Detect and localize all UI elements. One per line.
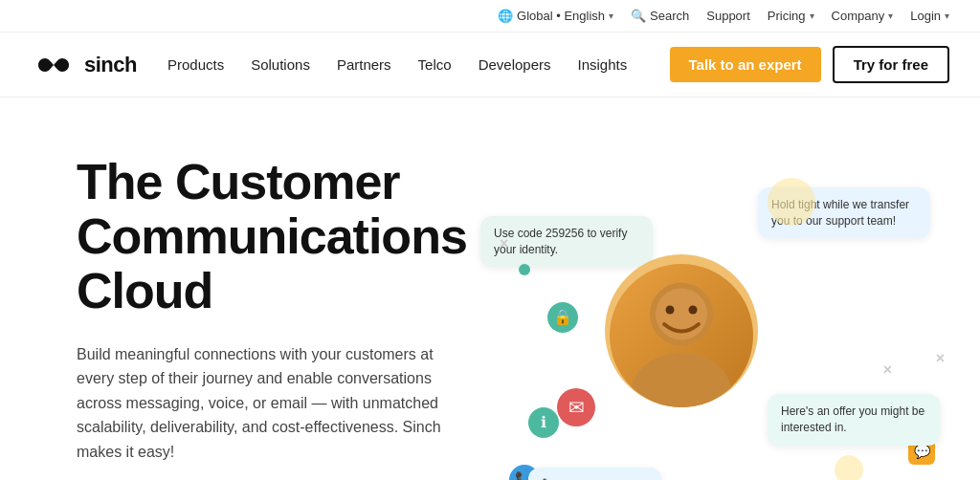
chevron-down-icon: ▾ [609, 11, 613, 21]
logo-text: sinch [84, 53, 137, 77]
chevron-down-icon: ▾ [945, 11, 949, 21]
nav-right: Talk to an expert Try for free [670, 46, 949, 83]
nav-developers[interactable]: Developers [479, 56, 551, 73]
svg-point-3 [666, 305, 675, 314]
nav-links: Products Solutions Partners Telco Develo… [167, 56, 627, 73]
company-label: Company [832, 9, 885, 23]
decoration-x3: × [883, 361, 892, 379]
decoration-x2: × [936, 350, 945, 367]
avatar [605, 254, 758, 407]
pricing-link[interactable]: Pricing ▾ [768, 9, 814, 23]
decoration-circle1 [768, 178, 815, 226]
decoration-x1: × [500, 235, 508, 252]
hero-visual: 🔒 ℹ ✉ 📞 🤖 💬 Use code 259256 to verify yo… [471, 178, 949, 480]
email-icon: ✉ [557, 388, 595, 426]
hero-description: Build meaningful connections with your c… [77, 342, 471, 465]
hero-content: The Customer Communications Cloud Build … [77, 155, 471, 480]
bubble-slide: 📞 Slide to answer [528, 468, 661, 480]
login-label: Login [910, 9, 941, 23]
globe-icon: 🌐 [498, 9, 513, 23]
nav-insights[interactable]: Insights [578, 56, 628, 73]
info-icon: ℹ [528, 407, 559, 438]
bubble-offer-text: Here's an offer you might be interested … [781, 404, 924, 434]
nav-telco[interactable]: Telco [418, 56, 452, 73]
hero-title: The Customer Communications Cloud [77, 155, 471, 319]
logo-icon [31, 52, 77, 78]
hero-section: The Customer Communications Cloud Build … [0, 98, 980, 480]
global-selector[interactable]: 🌐 Global • English ▾ [498, 9, 613, 23]
decoration-circle2 [835, 455, 863, 480]
login-link[interactable]: Login ▾ [910, 9, 949, 23]
nav-solutions[interactable]: Solutions [251, 56, 310, 73]
support-link[interactable]: Support [706, 9, 750, 23]
svg-point-4 [689, 305, 698, 314]
search-label: Search [650, 9, 689, 23]
bubble-offer: Here's an offer you might be interested … [768, 394, 940, 446]
person-image [610, 264, 753, 407]
nav-products[interactable]: Products [167, 56, 224, 73]
bubble-code-text: Use code 259256 to verify your identity. [494, 227, 627, 256]
search-button[interactable]: 🔍 Search [631, 9, 689, 23]
try-for-free-nav-button[interactable]: Try for free [833, 46, 949, 83]
talk-to-expert-button[interactable]: Talk to an expert [670, 47, 821, 82]
nav-left: sinch Products Solutions Partners Telco … [31, 52, 627, 78]
svg-point-1 [632, 353, 732, 407]
search-icon: 🔍 [631, 9, 646, 23]
main-nav: sinch Products Solutions Partners Telco … [0, 33, 980, 98]
decoration-dot1 [519, 264, 530, 275]
chevron-down-icon: ▾ [888, 11, 893, 21]
pricing-label: Pricing [768, 9, 806, 23]
logo[interactable]: sinch [31, 52, 137, 78]
lock-icon: 🔒 [547, 302, 578, 333]
support-label: Support [706, 9, 750, 23]
company-link[interactable]: Company ▾ [832, 9, 894, 23]
nav-partners[interactable]: Partners [337, 56, 391, 73]
top-bar: 🌐 Global • English ▾ 🔍 Search Support Pr… [0, 0, 980, 33]
global-label: Global • English [517, 9, 605, 23]
chevron-down-icon: ▾ [810, 11, 814, 21]
